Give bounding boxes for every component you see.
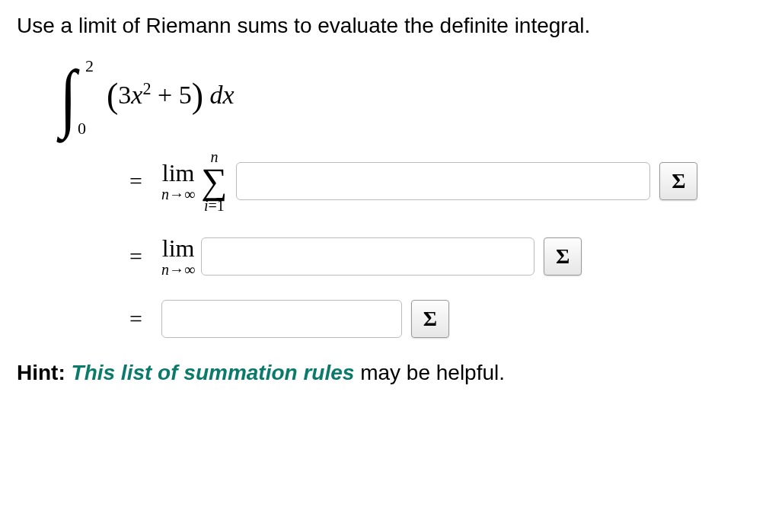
limit-block: lim n→∞ <box>161 161 195 202</box>
answer-input-3[interactable] <box>161 300 402 338</box>
equation-editor-button-3[interactable]: Σ <box>411 300 449 338</box>
coef: 3 <box>118 81 131 109</box>
step-3-row: = Σ <box>129 300 752 338</box>
exponent: 2 <box>142 78 151 97</box>
lim-arrow: → <box>169 186 184 202</box>
answer-input-1[interactable] <box>236 162 650 200</box>
problem-prompt: Use a limit of Riemann sums to evaluate … <box>17 14 752 38</box>
sum-lower: i=1 <box>204 198 225 213</box>
summation-block: n ∑ i=1 <box>201 149 227 213</box>
step-1-row: = lim n→∞ n ∑ i=1 Σ <box>129 149 752 213</box>
hint-tail: may be helpful. <box>354 361 505 384</box>
lim-subscript: n→∞ <box>161 262 195 277</box>
equation-editor-button-2[interactable]: Σ <box>544 237 582 276</box>
hint-link[interactable]: This list of summation rules <box>72 361 355 384</box>
hint-row: Hint: This list of summation rules may b… <box>17 361 752 385</box>
plus-five: + 5 <box>151 81 191 109</box>
close-paren: ) <box>192 76 203 115</box>
lim-subscript: n→∞ <box>161 186 195 202</box>
var-x: x <box>131 81 142 109</box>
step-2-row: = lim n→∞ Σ <box>129 236 752 277</box>
math-content: ∫ 2 0 (3x2 + 5) dx = lim n→∞ n ∑ i=1 Σ =… <box>53 59 752 338</box>
limit-block: lim n→∞ <box>161 236 195 277</box>
integral-sign-icon: ∫ <box>60 59 77 135</box>
lim-infinity: ∞ <box>184 186 195 202</box>
integral-lower-limit: 0 <box>78 119 86 139</box>
equals-sign: = <box>129 168 148 194</box>
equals-sign: = <box>129 244 148 269</box>
lim-infinity: ∞ <box>184 261 195 278</box>
integral-expression: ∫ 2 0 (3x2 + 5) dx <box>53 59 752 135</box>
lim-n: n <box>161 186 169 202</box>
integral-symbol: ∫ 2 0 <box>53 59 97 135</box>
equals-sign: = <box>129 306 148 332</box>
lim-text: lim <box>162 161 195 185</box>
lim-text: lim <box>162 236 195 260</box>
integral-upper-limit: 2 <box>85 56 94 76</box>
lim-n: n <box>161 261 169 278</box>
lim-arrow: → <box>169 261 184 278</box>
integrand: (3x2 + 5) dx <box>107 78 235 118</box>
hint-label: Hint: <box>17 361 72 384</box>
answer-input-2[interactable] <box>201 237 534 276</box>
dx: dx <box>203 81 235 109</box>
equation-editor-button-1[interactable]: Σ <box>659 162 697 200</box>
sum-eq1: =1 <box>209 197 225 214</box>
sigma-icon: ∑ <box>201 164 227 198</box>
open-paren: ( <box>107 76 118 115</box>
